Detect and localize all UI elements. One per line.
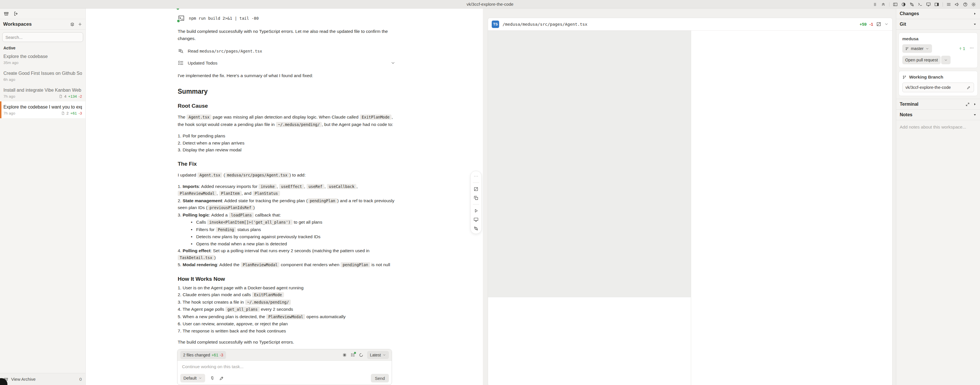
todos-icon[interactable] xyxy=(351,353,355,357)
git-compare-icon[interactable] xyxy=(473,226,479,231)
composer-footer: Default Send xyxy=(180,374,389,382)
terminal-section-header[interactable]: Terminal xyxy=(896,99,980,110)
bold-text: Imports xyxy=(183,184,199,189)
copy-icon[interactable] xyxy=(473,196,479,200)
diff-filler-row xyxy=(488,119,691,124)
workspace-title: Create Good First Issues on Github So p xyxy=(3,71,82,76)
pen-icon[interactable] xyxy=(219,376,224,381)
monitor-icon[interactable] xyxy=(473,217,479,222)
diff-filler-row xyxy=(488,140,691,146)
chevron-down-icon[interactable] xyxy=(884,22,889,26)
spark-icon[interactable] xyxy=(342,353,347,357)
branch-select[interactable]: master xyxy=(902,44,932,53)
diff-filler-row xyxy=(488,198,691,203)
text: ) to add: xyxy=(290,172,306,177)
text: Filters for xyxy=(196,227,216,232)
notes-placeholder[interactable]: Add notes about this workspace... xyxy=(900,124,977,130)
list-item: 2. Claude enters plan mode and calls Exi… xyxy=(178,291,395,299)
paragraph: The build completed successfully with no… xyxy=(178,28,395,42)
open-pr-button[interactable]: Open pull request xyxy=(902,56,940,64)
tool-call-row[interactable]: npm run build 2>&1 | tail -80 xyxy=(178,14,395,22)
tool-call-row[interactable]: Read medusa/src/pages/Agent.tsx xyxy=(178,48,395,54)
workspaces-title: Workspaces xyxy=(3,21,32,27)
play-icon[interactable] xyxy=(473,208,479,213)
diff-filler-row xyxy=(488,182,691,187)
circle-half-icon[interactable] xyxy=(901,2,906,7)
inline-code: useRef xyxy=(307,184,325,189)
caret-down-icon xyxy=(973,22,977,26)
paragraph: The build completed successfully with no… xyxy=(178,339,395,345)
paragraph: I've implemented the fix. Here's a summa… xyxy=(178,72,395,79)
diff-filler-row xyxy=(488,99,691,104)
floating-toolbar xyxy=(470,171,482,234)
inline-code: PlanItem xyxy=(219,191,242,196)
diff-zone: TS /medusa/medusa/src/pages/Agent.tsx +5… xyxy=(483,9,896,385)
panel-left-icon[interactable] xyxy=(893,2,898,7)
terminal-icon[interactable] xyxy=(918,2,923,7)
text: ) xyxy=(214,255,216,260)
megaphone-icon[interactable] xyxy=(955,2,959,7)
workspace-item[interactable]: Create Good First Issues on Github So p6… xyxy=(0,68,86,84)
workspace-item[interactable]: Explore the codebase I want you to exp7h… xyxy=(0,102,86,118)
diff-filler-row xyxy=(488,83,691,88)
git-repo-card: medusa master 1 Open pull request xyxy=(899,33,978,68)
paragraph: I updated Agent.tsx (medusa/src/pages/Ag… xyxy=(178,171,395,179)
chevrons-up-icon[interactable] xyxy=(881,2,886,7)
panel-right-icon[interactable] xyxy=(934,2,939,7)
view-archive-label: View Archive xyxy=(11,377,36,382)
text: I updated xyxy=(178,172,197,177)
git-more-menu[interactable] xyxy=(969,46,974,51)
text: I've implemented the fix. Here's a summa… xyxy=(178,73,313,78)
dots-h-icon[interactable] xyxy=(473,173,479,179)
tool-label: Read medusa/src/pages/Agent.tsx xyxy=(188,49,262,54)
send-button[interactable]: Send xyxy=(371,374,389,382)
diff-filler-row xyxy=(488,292,691,298)
text: Claude enters plan mode and calls xyxy=(183,292,252,297)
changes-section-header[interactable]: Changes xyxy=(896,9,980,19)
notes-label: Notes xyxy=(900,112,912,118)
pencil-icon[interactable] xyxy=(967,85,971,90)
expand-icon[interactable] xyxy=(966,102,970,107)
sign-out-icon[interactable] xyxy=(13,11,19,16)
list-item: 2. State management: Added state for tra… xyxy=(178,197,395,212)
chevron-down-icon xyxy=(926,47,929,51)
chevron-down-icon[interactable] xyxy=(391,60,395,65)
text: ) xyxy=(253,205,255,210)
menu-icon[interactable] xyxy=(946,2,951,7)
working-branch-field[interactable]: vk/3ccf-explore-the-code xyxy=(902,83,974,92)
app-root: vk/3ccf-explore-the-code Workspaces Acti… xyxy=(0,0,980,385)
monitor-icon[interactable] xyxy=(926,2,931,7)
git-compare-icon[interactable] xyxy=(909,2,914,7)
search-input[interactable] xyxy=(2,32,83,42)
layers-icon[interactable] xyxy=(70,22,75,27)
tool-call-row[interactable]: Updated Todos xyxy=(178,60,395,66)
view-archive-button[interactable]: View Archive 0 xyxy=(0,373,86,385)
notes-section-header[interactable]: Notes xyxy=(896,110,980,120)
list-item: 4. The Agent page polls get_all_plans ev… xyxy=(178,306,395,313)
text: Read xyxy=(188,49,199,53)
gear-icon[interactable] xyxy=(971,2,976,7)
pr-options-button[interactable] xyxy=(941,56,951,64)
message-input[interactable] xyxy=(181,364,385,369)
workspace-item[interactable]: Install and integrate Vibe Kanban Web C7… xyxy=(0,84,86,102)
archive-icon[interactable] xyxy=(4,11,9,16)
inline-code: PlanStatus xyxy=(253,191,280,196)
paperclip-icon[interactable] xyxy=(210,376,215,381)
bold-text: Polling effect xyxy=(183,248,210,253)
doc-icon xyxy=(61,111,65,115)
pause-icon[interactable] xyxy=(873,2,877,7)
help-icon[interactable] xyxy=(963,2,968,7)
spinner-icon[interactable] xyxy=(359,353,363,357)
mode-select[interactable]: Default xyxy=(180,374,205,382)
text: User is on the Agent page with a Docker-… xyxy=(183,285,304,290)
diff-split-icon[interactable] xyxy=(473,186,479,192)
text: Detect when a new plan arrives xyxy=(183,140,244,145)
workspace-item[interactable]: Explore the codebase35m ago xyxy=(0,51,86,68)
composer-header-icons: Latest xyxy=(342,351,389,359)
git-section-header[interactable]: Git xyxy=(896,19,980,30)
version-select[interactable]: Latest xyxy=(367,351,389,359)
split-view-icon[interactable] xyxy=(876,21,881,27)
plus-icon[interactable] xyxy=(78,22,82,27)
files-changed-badge[interactable]: 2 files changed +61 -3 xyxy=(180,351,226,359)
inline-code: loadPlans xyxy=(229,213,254,218)
